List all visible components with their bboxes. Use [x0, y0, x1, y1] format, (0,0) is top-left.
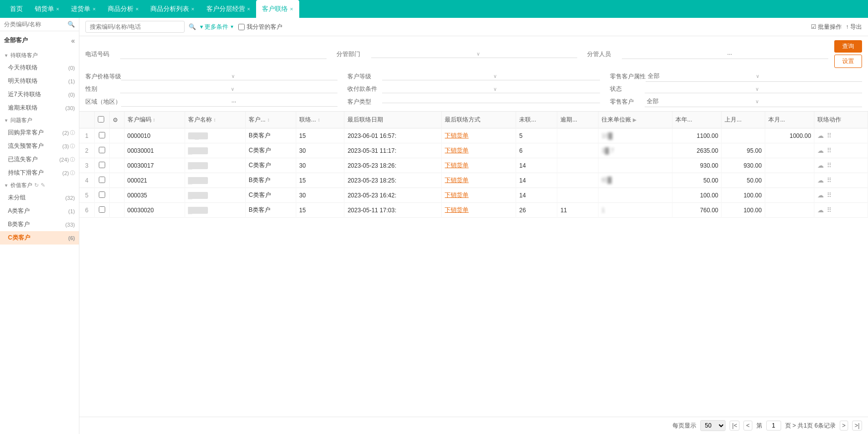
sidebar-group-problem-title[interactable]: 问题客户 [0, 115, 79, 126]
cell-checkbox[interactable] [94, 203, 109, 218]
manager-dots-icon[interactable]: ··· [725, 50, 828, 59]
more-conditions-btn[interactable]: ▾ 更多条件 ▼ [200, 23, 234, 31]
sidebar-search-icon[interactable]: 🔍 [67, 21, 75, 28]
contact-action-icon[interactable]: ☁ [817, 206, 824, 214]
nav-product-analysis-close-icon[interactable]: × [135, 0, 138, 18]
manager-dropdown[interactable]: ··· [622, 50, 828, 59]
sort-code-icon[interactable]: ↕ [153, 117, 155, 123]
first-page-btn[interactable]: |< [730, 421, 739, 431]
query-button[interactable]: 查询 [834, 40, 862, 53]
th-gear[interactable]: ⚙ [109, 112, 124, 128]
row-checkbox[interactable] [99, 162, 105, 168]
cell-checkbox[interactable] [94, 188, 109, 203]
table-settings-icon[interactable]: ⚙ [113, 117, 118, 124]
contact-action-icon[interactable]: ☁ [817, 132, 824, 139]
cell-last-method[interactable]: 下销货单 [442, 173, 516, 188]
row-checkbox[interactable] [99, 206, 105, 213]
refresh-icon[interactable]: ↻ [34, 182, 39, 188]
sidebar-item-declining[interactable]: 持续下滑客户 (2) ⓘ [0, 166, 79, 180]
nav-home[interactable]: 首页 [4, 0, 29, 18]
value-level-dropdown[interactable]: ∨ [121, 72, 337, 80]
contact-action-icon[interactable]: ☁ [817, 191, 824, 199]
sidebar-item-churn-warning[interactable]: 流失预警客户 (3) ⓘ [0, 139, 79, 153]
row-checkbox[interactable] [99, 132, 105, 138]
retail-customer-dropdown[interactable]: 全部 ∨ [645, 96, 862, 107]
payment-dropdown[interactable]: ∨ [382, 85, 600, 93]
phone-input[interactable] [120, 50, 327, 59]
select-all-checkbox[interactable] [98, 116, 104, 123]
nav-product-list[interactable]: 商品分析列表 × [144, 0, 200, 18]
last-page-btn[interactable]: >| [852, 421, 862, 431]
cell-checkbox[interactable] [94, 143, 109, 158]
sort-type-icon[interactable]: ↕ [267, 117, 269, 123]
nav-sales-close-icon[interactable]: × [56, 0, 59, 18]
expand-icon[interactable]: ▶ [633, 117, 637, 123]
cell-last-method[interactable]: 下销货单 [442, 203, 516, 218]
sidebar-search-input[interactable] [4, 21, 66, 28]
nav-product-analysis[interactable]: 商品分析 × [102, 0, 144, 18]
nav-customer-contact-close-icon[interactable]: × [290, 0, 293, 18]
nav-sales[interactable]: 销货单 × [29, 0, 65, 18]
last-method-link[interactable]: 下销货单 [445, 191, 468, 198]
settings-button[interactable]: 设置 [834, 55, 862, 68]
sort-contact-icon[interactable]: ↕ [318, 117, 320, 123]
cell-last-method[interactable]: 下销货单 [442, 158, 516, 173]
last-method-link[interactable]: 下销货单 [445, 147, 468, 154]
my-customers-check[interactable] [238, 24, 245, 30]
row-checkbox[interactable] [99, 191, 105, 198]
row-checkbox[interactable] [99, 177, 105, 183]
cell-last-method[interactable]: 下销货单 [442, 188, 516, 203]
filter-search-icon[interactable]: 🔍 [189, 23, 196, 30]
dept-dropdown[interactable]: ∨ [371, 50, 578, 58]
region-dropdown[interactable]: ··· [121, 97, 337, 107]
all-customers-header[interactable]: 全部客户 « [0, 33, 79, 48]
region-dots-icon[interactable]: ··· [229, 97, 337, 106]
cell-last-method[interactable]: 下销货单 [442, 128, 516, 143]
sidebar-item-unclassified[interactable]: 未分组 (32) [0, 191, 79, 204]
cell-checkbox[interactable] [94, 128, 109, 143]
retail-attr-dropdown[interactable]: 全部 ∨ [646, 71, 862, 82]
cell-last-method[interactable]: 下销货单 [442, 143, 516, 158]
status-dropdown[interactable]: ∨ [645, 85, 862, 93]
last-method-link[interactable]: 下销货单 [445, 206, 468, 213]
more-action-icon[interactable]: ⠿ [827, 132, 832, 139]
my-customers-checkbox[interactable]: 我分管的客户 [238, 23, 282, 31]
export-btn[interactable]: ↑ 导出 [846, 23, 862, 31]
last-method-link[interactable]: 下销货单 [445, 177, 468, 184]
nav-customer-layered[interactable]: 客户分层经营 × [200, 0, 256, 18]
gender-dropdown[interactable]: ∨ [120, 85, 337, 93]
nav-customer-layered-close-icon[interactable]: × [247, 0, 250, 18]
last-method-link[interactable]: 下销货单 [445, 132, 468, 139]
sidebar-item-churned[interactable]: 已流失客户 (24) ⓘ [0, 153, 79, 166]
cell-checkbox[interactable] [94, 158, 109, 173]
page-number-input[interactable] [766, 421, 781, 431]
sidebar-item-overdue[interactable]: 逾期未联络 (30) [0, 101, 79, 115]
row-checkbox[interactable] [99, 147, 105, 153]
more-action-icon[interactable]: ⠿ [827, 191, 832, 199]
nav-purchase-close-icon[interactable]: × [92, 0, 95, 18]
filter-search-input[interactable] [85, 21, 185, 33]
sidebar-item-c-class[interactable]: C类客户 (6) [0, 231, 79, 245]
sidebar-group-pending-title[interactable]: 待联络客户 [0, 50, 79, 61]
nav-purchase[interactable]: 进货单 × [65, 0, 101, 18]
customer-type-dropdown[interactable] [382, 101, 600, 103]
per-page-select[interactable]: 50 20 100 [700, 420, 726, 431]
sidebar-item-7days[interactable]: 近7天待联络 (0) [0, 88, 79, 101]
more-action-icon[interactable]: ⠿ [827, 147, 832, 154]
cell-checkbox[interactable] [94, 173, 109, 188]
sidebar-item-b-class[interactable]: B类客户 (33) [0, 218, 79, 231]
nav-product-list-close-icon[interactable]: × [191, 0, 194, 18]
contact-action-icon[interactable]: ☁ [817, 147, 824, 154]
contact-action-icon[interactable]: ☁ [817, 177, 824, 184]
next-page-btn[interactable]: > [840, 421, 848, 431]
sidebar-item-a-class[interactable]: A类客户 (1) [0, 204, 79, 218]
sidebar-group-value-title[interactable]: 价值客户 ↻ ✎ [0, 180, 79, 191]
more-action-icon[interactable]: ⠿ [827, 162, 832, 169]
sidebar-item-today[interactable]: 今天待联络 (0) [0, 61, 79, 74]
prev-page-btn[interactable]: < [743, 421, 752, 431]
last-method-link[interactable]: 下销货单 [445, 162, 468, 169]
customer-level-dropdown[interactable]: ∨ [382, 72, 600, 80]
sort-name-icon[interactable]: ↕ [213, 117, 216, 123]
nav-customer-contact[interactable]: 客户联络 × [256, 0, 299, 18]
sidebar-item-tomorrow[interactable]: 明天待联络 (1) [0, 74, 79, 88]
